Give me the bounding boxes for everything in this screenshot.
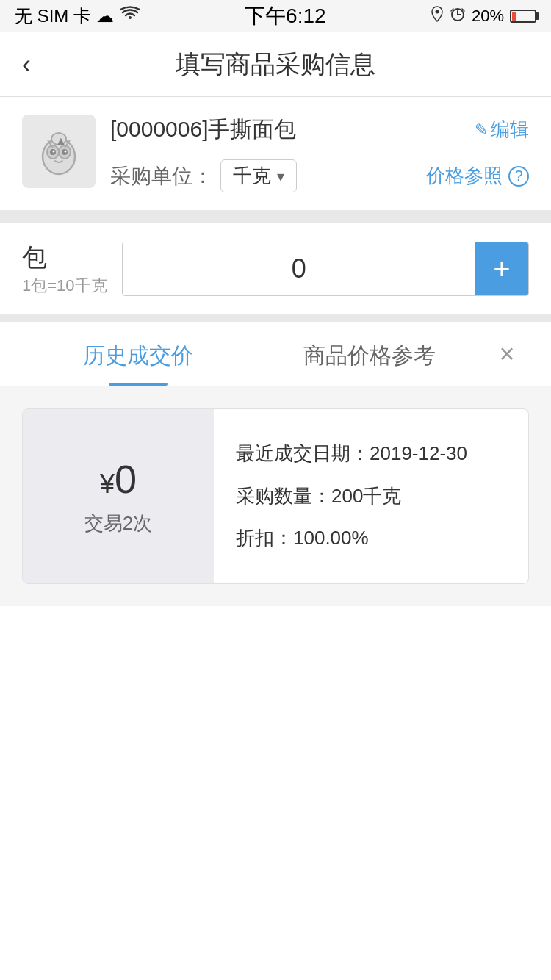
help-circle-icon: ? <box>508 166 529 187</box>
unit-select[interactable]: 千克 ▾ <box>220 159 297 192</box>
header: ‹ 填写商品采购信息 <box>0 32 551 97</box>
quantity-input[interactable] <box>123 242 475 295</box>
history-price-panel: ¥0 交易2次 <box>23 409 214 583</box>
history-detail-panel: 最近成交日期：2019-12-30 采购数量：200千克 折扣：100.00% <box>214 409 528 583</box>
quantity-plus-button[interactable]: + <box>475 242 528 295</box>
location-icon <box>431 6 444 26</box>
history-card: ¥0 交易2次 最近成交日期：2019-12-30 采购数量：200千克 折扣：… <box>22 408 529 584</box>
tab-product-price-ref[interactable]: 商品价格参考 <box>253 322 485 386</box>
dropdown-arrow-icon: ▾ <box>277 167 284 185</box>
wifi-icon <box>120 6 140 26</box>
svg-point-11 <box>53 151 55 153</box>
tab-history-price[interactable]: 历史成交价 <box>22 322 253 386</box>
product-card: ▲ [0000006]手撕面包 ✎ 编辑 采购单位： 千克 ▾ 价格参照 <box>0 97 551 210</box>
main-content <box>0 606 551 980</box>
trade-count: 交易2次 <box>84 511 152 536</box>
quantity-unit-group: 包 1包=10千克 <box>22 241 107 297</box>
sim-label: 无 SIM 卡 ☁ <box>15 4 114 28</box>
currency-symbol: ¥ <box>100 469 115 499</box>
battery-percent: 20% <box>472 7 504 26</box>
unit-big-label: 包 <box>22 241 107 275</box>
svg-point-0 <box>435 10 439 14</box>
plus-icon: + <box>493 253 510 286</box>
page-title: 填写商品采购信息 <box>176 48 375 82</box>
status-time: 下午6:12 <box>245 2 326 30</box>
svg-text:▲: ▲ <box>55 134 67 147</box>
product-name: [0000006]手撕面包 <box>110 115 296 145</box>
status-bar: 无 SIM 卡 ☁ 下午6:12 <box>0 0 551 32</box>
svg-point-12 <box>65 151 67 153</box>
close-icon: × <box>499 339 514 369</box>
edit-button[interactable]: ✎ 编辑 <box>475 117 529 143</box>
quantity-input-group: + <box>122 242 529 296</box>
product-image: ▲ <box>22 115 96 188</box>
tab-content: ¥0 交易2次 最近成交日期：2019-12-30 采购数量：200千克 折扣：… <box>0 386 551 606</box>
status-right: 20% <box>431 6 536 26</box>
alarm-icon <box>450 6 466 26</box>
back-button[interactable]: ‹ <box>22 49 31 80</box>
battery-icon <box>510 10 536 23</box>
section-divider <box>0 210 551 223</box>
unit-label: 采购单位： <box>110 162 213 190</box>
unit-sub-label: 1包=10千克 <box>22 275 107 297</box>
quantity-row: 包 1包=10千克 + <box>0 223 551 314</box>
product-info: [0000006]手撕面包 ✎ 编辑 采购单位： 千克 ▾ 价格参照 ? <box>110 115 529 192</box>
history-price-value: ¥0 <box>100 456 137 502</box>
price-ref-button[interactable]: 价格参照 ? <box>426 163 529 189</box>
content-divider <box>0 314 551 322</box>
recent-date-row: 最近成交日期：2019-12-30 <box>236 439 506 469</box>
status-left: 无 SIM 卡 ☁ <box>15 4 140 28</box>
tabs-container: 历史成交价 商品价格参考 × <box>0 322 551 386</box>
edit-icon: ✎ <box>475 120 488 140</box>
quantity-row-detail: 采购数量：200千克 <box>236 481 506 512</box>
tab-close-button[interactable]: × <box>485 324 529 384</box>
discount-row: 折扣：100.00% <box>236 523 506 554</box>
